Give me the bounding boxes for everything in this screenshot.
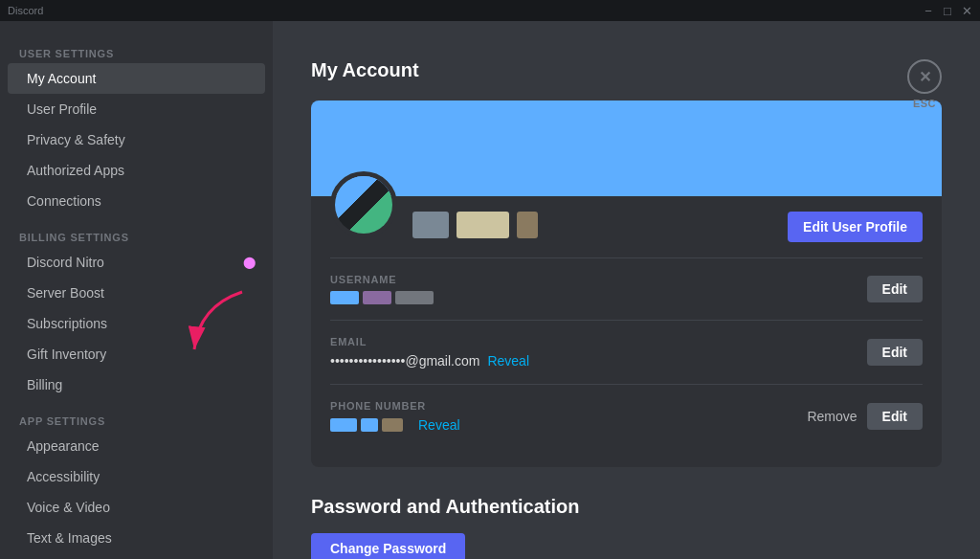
email-text: ••••••••••••••••@gmail.com — [330, 353, 479, 369]
email-field-left: EMAIL ••••••••••••••••@gmail.com Reveal — [330, 336, 867, 369]
edit-profile-button[interactable]: Edit User Profile — [788, 212, 923, 242]
color-swatch[interactable] — [517, 212, 538, 238]
username-field-left: USERNAME — [330, 274, 867, 304]
sidebar-section: USER SETTINGSMy AccountUser ProfilePriva… — [0, 40, 273, 216]
phone-label: PHONE NUMBER — [330, 400, 807, 412]
email-edit-button[interactable]: Edit — [867, 339, 923, 366]
app-title: Discord — [8, 5, 43, 16]
sidebar-item-subscriptions[interactable]: Subscriptions — [8, 308, 265, 339]
sidebar-item-billing[interactable]: Billing — [8, 369, 265, 400]
email-actions: Edit — [867, 339, 923, 366]
sidebar-item-privacy-safety[interactable]: Privacy & Safety — [8, 124, 265, 155]
profile-fields: USERNAME Edit EMAIL •••••••••••••••• — [311, 257, 942, 467]
sidebar-section: BILLING SETTINGSDiscord Nitro⬤Server Boo… — [0, 224, 273, 400]
phone-reveal-link[interactable]: Reveal — [418, 417, 460, 433]
phone-block — [361, 418, 378, 432]
sidebar-item-notifications[interactable]: Notifications — [8, 553, 265, 559]
password-section: Password and Authentication Change Passw… — [311, 496, 942, 559]
username-field-row: USERNAME Edit — [330, 257, 923, 320]
nitro-badge-icon: ⬤ — [243, 256, 256, 269]
phone-field-left: PHONE NUMBER Reveal — [330, 400, 807, 433]
main-content: ✕ ESC My Account Edit User Profile — [273, 21, 980, 559]
change-password-button[interactable]: Change Password — [311, 533, 465, 559]
email-label: EMAIL — [330, 336, 867, 347]
esc-icon[interactable]: ✕ — [907, 59, 942, 94]
sidebar-item-label: Connections — [27, 193, 101, 209]
avatar-image — [335, 176, 392, 234]
sidebar-item-appearance[interactable]: Appearance — [8, 431, 265, 461]
sidebar: USER SETTINGSMy AccountUser ProfilePriva… — [0, 21, 273, 559]
page-title: My Account — [311, 59, 942, 81]
avatar-area — [330, 171, 538, 238]
username-block — [363, 291, 391, 304]
phone-edit-button[interactable]: Edit — [867, 403, 923, 430]
phone-remove-link[interactable]: Remove — [807, 409, 857, 424]
sidebar-item-user-profile[interactable]: User Profile — [8, 94, 265, 124]
sidebar-item-label: Server Boost — [27, 285, 104, 301]
sidebar-item-label: Appearance — [27, 438, 100, 454]
sidebar-section-header: APP SETTINGS — [0, 408, 273, 431]
phone-blocks — [330, 418, 403, 432]
sidebar-item-gift-inventory[interactable]: Gift Inventory — [8, 339, 265, 369]
sidebar-item-label: Discord Nitro — [27, 255, 104, 270]
sidebar-item-label: Authorized Apps — [27, 163, 124, 178]
profile-info-row: Edit User Profile — [311, 196, 942, 257]
sidebar-item-my-account[interactable]: My Account — [8, 63, 265, 94]
phone-block — [382, 418, 403, 432]
sidebar-item-label: My Account — [27, 71, 96, 86]
maximize-button[interactable]: □ — [942, 5, 953, 16]
window-controls: − □ ✕ — [923, 5, 972, 16]
esc-label: ESC — [913, 98, 936, 109]
phone-field-row: PHONE NUMBER Reveal Remove Edit — [330, 384, 923, 448]
sidebar-item-label: Voice & Video — [27, 500, 110, 515]
sidebar-item-connections[interactable]: Connections — [8, 186, 265, 216]
sidebar-item-accessibility[interactable]: Accessibility — [8, 461, 265, 492]
email-reveal-link[interactable]: Reveal — [487, 353, 529, 369]
color-swatches — [412, 212, 538, 238]
password-section-title: Password and Authentication — [311, 496, 942, 518]
phone-block — [330, 418, 357, 432]
email-value: ••••••••••••••••@gmail.com Reveal — [330, 353, 867, 369]
sidebar-item-server-boost[interactable]: Server Boost — [8, 278, 265, 308]
username-actions: Edit — [867, 276, 923, 302]
username-edit-button[interactable]: Edit — [867, 276, 923, 302]
sidebar-section-header: BILLING SETTINGS — [0, 224, 273, 247]
avatar — [330, 171, 397, 238]
color-swatch[interactable] — [457, 212, 509, 238]
phone-value: Reveal — [330, 417, 807, 433]
username-blocks — [330, 291, 434, 304]
app-container: USER SETTINGSMy AccountUser ProfilePriva… — [0, 21, 980, 559]
sidebar-item-label: Billing — [27, 377, 62, 392]
sidebar-item-text-images[interactable]: Text & Images — [8, 523, 265, 553]
username-label: USERNAME — [330, 274, 867, 285]
color-swatch[interactable] — [412, 212, 449, 238]
sidebar-item-voice-video[interactable]: Voice & Video — [8, 492, 265, 523]
sidebar-item-label: Accessibility — [27, 469, 100, 484]
close-button[interactable]: ✕ — [961, 5, 972, 16]
sidebar-item-label: Privacy & Safety — [27, 132, 125, 147]
phone-actions: Remove Edit — [807, 403, 923, 430]
email-field-row: EMAIL ••••••••••••••••@gmail.com Reveal … — [330, 320, 923, 384]
username-value — [330, 291, 867, 304]
username-block — [395, 291, 434, 304]
sidebar-section: APP SETTINGSAppearanceAccessibilityVoice… — [0, 408, 273, 559]
sidebar-item-label: Subscriptions — [27, 316, 107, 331]
sidebar-item-label: Gift Inventory — [27, 347, 106, 362]
sidebar-section-header: USER SETTINGS — [0, 40, 273, 63]
profile-card: Edit User Profile USERNAME Edit — [311, 101, 942, 467]
title-bar: Discord − □ ✕ — [0, 0, 980, 21]
sidebar-item-label: Text & Images — [27, 530, 112, 546]
sidebar-item-label: User Profile — [27, 101, 97, 117]
sidebar-item-authorized-apps[interactable]: Authorized Apps — [8, 155, 265, 186]
username-block — [330, 291, 359, 304]
sidebar-item-discord-nitro[interactable]: Discord Nitro⬤ — [8, 247, 265, 278]
esc-button[interactable]: ✕ ESC — [907, 59, 942, 109]
minimize-button[interactable]: − — [923, 5, 934, 16]
